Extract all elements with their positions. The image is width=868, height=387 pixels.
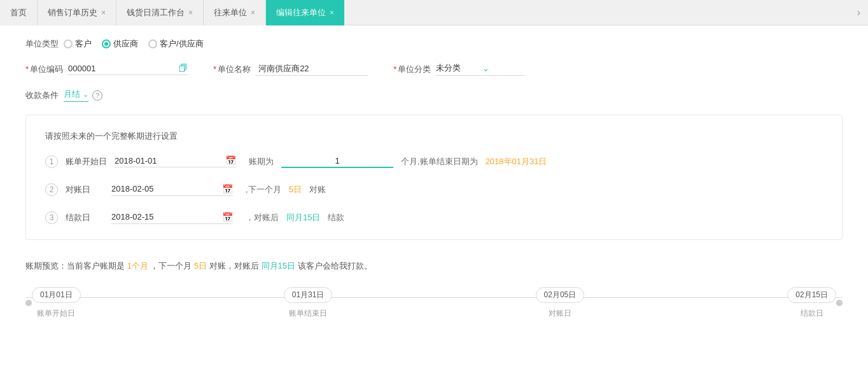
tab-home[interactable]: 首页 bbox=[0, 0, 38, 25]
tab-sales-history-label: 销售订单历史 bbox=[48, 7, 97, 18]
payment-label: 收款条件 bbox=[25, 90, 59, 101]
tab-cash-work[interactable]: 钱货日清工作台 × bbox=[116, 0, 204, 25]
period-date-1-calendar-icon[interactable]: 📅 bbox=[225, 155, 236, 165]
preview-part2: ，下一个月 bbox=[150, 261, 192, 271]
radio-customer-circle bbox=[64, 39, 73, 48]
radio-supplier[interactable]: 供应商 bbox=[102, 38, 138, 50]
timeline-date-2: 02月05日 bbox=[536, 287, 585, 303]
unit-code-label: 单位编码 bbox=[30, 64, 63, 75]
period-num-3: 3 bbox=[45, 211, 58, 224]
tab-partner-units[interactable]: 往来单位 × bbox=[204, 0, 266, 25]
period-settings-box: 请按照未来的一个完整帐期进行设置 1 账单开始日 📅 账期为 个月,账单结束日期… bbox=[25, 115, 843, 240]
period-label-3: 结款日 bbox=[66, 212, 104, 223]
timeline-item-1: 01月31日 账单结束日 bbox=[284, 287, 333, 319]
timeline-dot-end bbox=[836, 300, 843, 306]
preview-part4: 对账，对账后 bbox=[209, 261, 259, 271]
timeline-date-3: 02月15日 bbox=[787, 287, 836, 303]
tabs-bar: 首页 销售订单历史 × 钱货日清工作台 × 往来单位 × 编辑往来单位 × › bbox=[0, 0, 868, 25]
period-2-highlight: 5日 bbox=[289, 184, 302, 195]
unit-category-item: * 单位分类 未分类 ⌄ bbox=[393, 62, 525, 76]
timeline-items: 01月01日 账单开始日 01月31日 账单结束日 02月05日 对账日 02月… bbox=[32, 287, 836, 319]
tab-sales-history-close[interactable]: × bbox=[101, 9, 106, 17]
payment-dropdown-arrow-icon: ⌄ bbox=[83, 90, 88, 99]
tab-edit-partner-label: 编辑往来单位 bbox=[276, 7, 326, 18]
timeline-label-2: 对账日 bbox=[549, 308, 571, 319]
period-num-2: 2 bbox=[45, 183, 58, 196]
tab-partner-units-close[interactable]: × bbox=[251, 9, 255, 17]
unit-category-arrow-icon: ⌄ bbox=[482, 64, 525, 73]
radio-customer-supplier-circle bbox=[148, 39, 157, 48]
tab-cash-work-close[interactable]: × bbox=[188, 9, 193, 17]
preview-label: 账期预览：当前客户账期是 bbox=[25, 261, 125, 271]
unit-code-input-wrapper: 🗍 bbox=[68, 63, 188, 75]
preview-part6: 该客户会给我打款。 bbox=[298, 261, 372, 271]
period-date-1-input[interactable] bbox=[115, 156, 221, 165]
unit-code-item: * 单位编码 🗍 bbox=[25, 63, 188, 75]
payment-item: 收款条件 月结 ⌄ ? bbox=[25, 88, 102, 102]
unit-code-icon[interactable]: 🗍 bbox=[179, 63, 188, 73]
payment-row: 收款条件 月结 ⌄ ? bbox=[25, 88, 843, 102]
period-date-2-calendar-icon[interactable]: 📅 bbox=[222, 184, 233, 194]
unit-info-row: * 单位编码 🗍 * 单位名称 * 单位分类 未分类 ⌄ bbox=[25, 62, 843, 76]
preview-part3: 5日 bbox=[194, 261, 207, 271]
timeline-date-0: 01月01日 bbox=[32, 287, 81, 303]
unit-code-star: * bbox=[25, 64, 29, 74]
period-1-prefix: 账期为 bbox=[249, 156, 274, 167]
radio-supplier-circle bbox=[102, 39, 111, 48]
unit-category-value: 未分类 bbox=[436, 62, 479, 74]
timeline-date-1: 01月31日 bbox=[284, 287, 333, 303]
period-row-1: 1 账单开始日 📅 账期为 个月,账单结束日期为 2018年01月31日 bbox=[45, 155, 823, 168]
preview-section: 账期预览：当前客户账期是 1个月 ，下一个月 5日 对账，对账后 同月15日 该… bbox=[25, 250, 843, 338]
period-date-3-wrapper: 📅 bbox=[111, 212, 233, 224]
period-2-suffix: 对账 bbox=[309, 184, 326, 195]
period-date-3-input[interactable] bbox=[111, 212, 218, 222]
period-date-3-calendar-icon[interactable]: 📅 bbox=[222, 212, 233, 222]
unit-category-label: 单位分类 bbox=[398, 64, 431, 75]
unit-name-star: * bbox=[213, 64, 216, 74]
radio-supplier-label: 供应商 bbox=[113, 38, 138, 50]
period-date-2-wrapper: 📅 bbox=[111, 184, 233, 196]
payment-condition-dropdown[interactable]: 月结 ⌄ bbox=[64, 88, 88, 102]
unit-name-label: 单位名称 bbox=[218, 64, 251, 75]
period-date-2-input[interactable] bbox=[111, 184, 218, 194]
period-num-1: 1 bbox=[45, 155, 58, 168]
period-2-prefix: ,下一个月 bbox=[246, 184, 281, 195]
radio-customer-supplier[interactable]: 客户/供应商 bbox=[148, 38, 204, 50]
unit-type-row: 单位类型 客户 供应商 客户/供应商 bbox=[25, 38, 843, 50]
tab-cash-work-label: 钱货日清工作台 bbox=[127, 7, 185, 18]
period-3-highlight: 同月15日 bbox=[286, 212, 320, 223]
unit-type-label: 单位类型 bbox=[25, 38, 59, 50]
period-months-input[interactable] bbox=[281, 155, 393, 168]
unit-name-input[interactable] bbox=[256, 63, 368, 76]
period-box-title: 请按照未来的一个完整帐期进行设置 bbox=[45, 130, 823, 142]
period-1-end-date: 2018年01月31日 bbox=[486, 156, 547, 167]
unit-category-dropdown[interactable]: 未分类 ⌄ bbox=[436, 62, 525, 76]
period-3-prefix: ，对账后 bbox=[246, 212, 279, 223]
timeline-label-0: 账单开始日 bbox=[37, 308, 75, 319]
tab-home-label: 首页 bbox=[10, 7, 27, 18]
tab-edit-partner-close[interactable]: × bbox=[330, 9, 334, 17]
radio-customer[interactable]: 客户 bbox=[64, 38, 92, 50]
period-label-2: 对账日 bbox=[66, 184, 104, 195]
radio-customer-supplier-label: 客户/供应商 bbox=[160, 38, 204, 50]
timeline-item-3: 02月15日 结款日 bbox=[787, 287, 836, 319]
timeline: 01月01日 账单开始日 01月31日 账单结束日 02月05日 对账日 02月… bbox=[25, 287, 843, 338]
payment-help-icon[interactable]: ? bbox=[92, 90, 102, 101]
unit-type-radio-group: 客户 供应商 客户/供应商 bbox=[64, 38, 204, 50]
unit-code-input[interactable] bbox=[68, 64, 175, 73]
period-3-suffix: 结款 bbox=[328, 212, 344, 223]
timeline-dot-start bbox=[25, 300, 32, 306]
preview-text: 账期预览：当前客户账期是 1个月 ，下一个月 5日 对账，对账后 同月15日 该… bbox=[25, 260, 843, 272]
tab-edit-partner[interactable]: 编辑往来单位 × bbox=[266, 0, 344, 25]
unit-type-item: 单位类型 客户 供应商 客户/供应商 bbox=[25, 38, 204, 50]
unit-name-item: * 单位名称 bbox=[213, 63, 368, 76]
preview-part5: 同月15日 bbox=[262, 261, 295, 271]
payment-condition-value: 月结 bbox=[64, 88, 80, 100]
timeline-item-2: 02月05日 对账日 bbox=[536, 287, 585, 319]
tab-sales-history[interactable]: 销售订单历史 × bbox=[38, 0, 116, 25]
tab-partner-units-label: 往来单位 bbox=[214, 7, 247, 18]
period-date-1-wrapper: 📅 bbox=[115, 155, 236, 167]
unit-category-star: * bbox=[393, 64, 396, 74]
tab-more-button[interactable]: › bbox=[850, 0, 868, 25]
preview-part1: 1个月 bbox=[127, 261, 148, 271]
